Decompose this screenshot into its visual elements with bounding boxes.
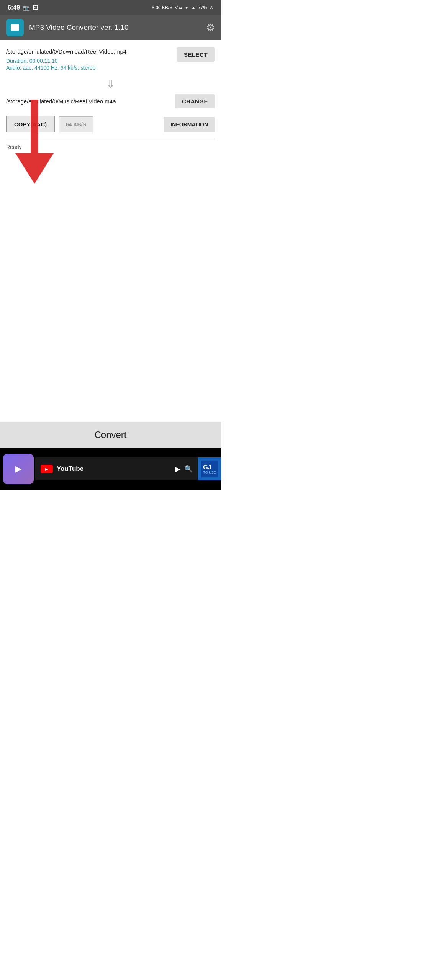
convert-bar: Convert <box>0 422 221 448</box>
convert-button[interactable]: Convert <box>0 422 221 448</box>
app-bar: MP3 Video Converter ver. 1.10 ⚙ <box>0 15 221 40</box>
arrow-down-section: ⇓ <box>6 74 215 94</box>
battery-icon: ⊙ <box>210 5 213 10</box>
settings-icon[interactable]: ⚙ <box>206 22 215 34</box>
copy-aac-button[interactable]: COPY(AAC) <box>6 116 55 132</box>
input-file-audio: Audio: aac, 44100 Hz, 64 kb/s, stereo <box>6 65 172 71</box>
youtube-app-icon[interactable]: ▶ <box>3 454 34 484</box>
bottom-bar: ▶ YouTube ▶ 🔍 GJ TO USE <box>0 448 221 490</box>
divider <box>6 139 215 139</box>
data-speed: 8.00 KB/S <box>152 5 172 10</box>
gj-subtitle: TO USE <box>203 471 216 474</box>
input-file-info: /storage/emulated/0/Download/Reel Video.… <box>6 47 177 71</box>
status-time: 6:49 <box>8 4 20 11</box>
camera-icon: 📷 <box>23 5 29 11</box>
network-label: Vo₄ <box>175 5 182 10</box>
output-file-path: /storage/emulated/0/Music/Reel Video.m4a <box>6 97 175 105</box>
arrow-down-icon: ⇓ <box>106 78 115 90</box>
action-row: COPY(AAC) 64 KB/S INFORMATION <box>6 116 215 132</box>
information-button[interactable]: INFORMATION <box>164 117 215 132</box>
youtube-play-icon[interactable]: ▶ <box>175 464 180 474</box>
app-icon <box>6 19 24 36</box>
wifi-icon: ▼ <box>184 5 189 10</box>
input-file-section: /storage/emulated/0/Download/Reel Video.… <box>6 47 215 71</box>
gj-badge-inner: GJ TO USE <box>201 461 218 477</box>
gj-badge: GJ TO USE <box>198 457 221 480</box>
input-file-duration: Duration: 00:00:11.10 <box>6 58 172 64</box>
image-icon: 🖼 <box>33 5 38 11</box>
app-title: MP3 Video Converter ver. 1.10 <box>29 23 201 32</box>
signal-icon: ▲ <box>191 5 196 10</box>
input-file-path: /storage/emulated/0/Download/Reel Video.… <box>6 47 172 56</box>
output-file-section: /storage/emulated/0/Music/Reel Video.m4a… <box>6 94 215 108</box>
select-button[interactable]: SELECT <box>177 47 215 62</box>
change-button[interactable]: CHANGE <box>175 94 215 108</box>
battery-percent: 77% <box>198 5 207 10</box>
status-text: Ready <box>6 143 215 151</box>
status-bar: 6:49 📷 🖼 8.00 KB/S Vo₄ ▼ ▲ 77% ⊙ <box>0 0 221 15</box>
youtube-bar[interactable]: YouTube ▶ 🔍 <box>35 457 198 480</box>
gj-initials: GJ <box>203 464 216 471</box>
youtube-label: YouTube <box>57 465 171 473</box>
bitrate-button[interactable]: 64 KB/S <box>59 116 93 132</box>
main-content: /storage/emulated/0/Download/Reel Video.… <box>0 40 221 158</box>
youtube-search-icon[interactable]: 🔍 <box>184 465 193 473</box>
youtube-logo <box>41 465 53 473</box>
